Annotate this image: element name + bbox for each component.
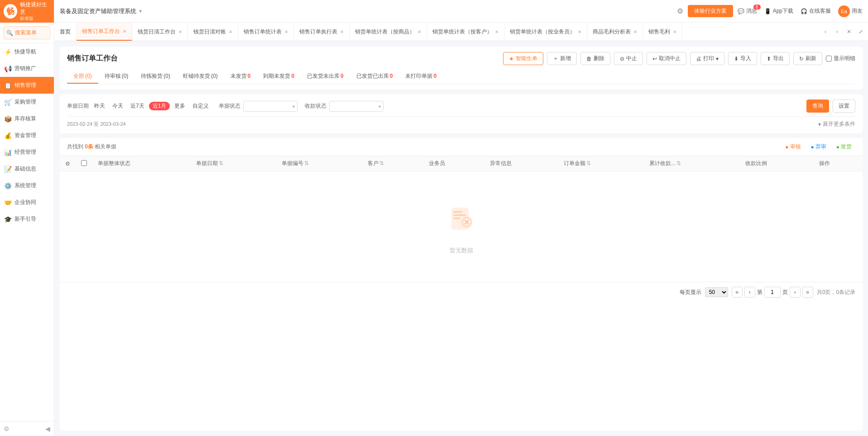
status-select[interactable] xyxy=(243,101,297,112)
subtab-pending-review[interactable]: 待审核(0) xyxy=(98,70,135,84)
subtab-not-shipped[interactable]: 未发货0 xyxy=(224,70,257,84)
tab-goods-stat-customer[interactable]: 销货单统计表（按客户） ✕ xyxy=(427,23,504,41)
stop-button[interactable]: ⊘ 中止 xyxy=(614,52,643,65)
date-opt-more[interactable]: 更多 xyxy=(172,101,188,111)
page-next-button[interactable]: › xyxy=(790,287,801,298)
settings-button[interactable]: ⚙ xyxy=(4,425,10,432)
sidebar-item-marketing[interactable]: 📢 营销推广 xyxy=(0,60,54,77)
tab-sales-exec[interactable]: 销售订单执行表 ✕ xyxy=(294,23,350,41)
tab-sales-stat[interactable]: 销售订单统计表 ✕ xyxy=(238,23,294,41)
show-detail-toggle[interactable]: 显示明细 xyxy=(826,55,855,62)
tab-close-goods-stat-product[interactable]: ✕ xyxy=(417,29,421,34)
subtab-overdue-ship[interactable]: 到期未发货0 xyxy=(257,70,301,84)
tab-margin-analysis[interactable]: 商品毛利分析表 ✕ xyxy=(587,23,643,41)
page-prev-button[interactable]: ‹ xyxy=(744,287,755,298)
date-opt-1month[interactable]: 近1月 xyxy=(149,102,170,110)
tab-close-sales-exec[interactable]: ✕ xyxy=(340,29,344,34)
tab-nav-next[interactable]: › xyxy=(832,26,843,37)
tab-nav-prev[interactable]: ‹ xyxy=(820,26,831,37)
new-button[interactable]: ＋ 新增 xyxy=(547,52,577,65)
tab-sales-gross[interactable]: 销售毛利 ✕ xyxy=(643,23,682,41)
query-button[interactable]: 查询 xyxy=(806,100,829,113)
topbar-settings-icon[interactable]: ⚙ xyxy=(677,7,683,15)
subtab-all[interactable]: 全部(0) xyxy=(67,70,98,84)
col-settings[interactable]: ⚙ xyxy=(60,156,76,171)
industry-solution-button[interactable]: 体验行业方案 xyxy=(688,5,733,17)
operations-icon: 📊 xyxy=(4,149,12,156)
subtab-shipped-not-out[interactable]: 已发货未出库0 xyxy=(301,70,350,84)
page-size-select[interactable]: 50 20 100 xyxy=(705,287,728,297)
col-number[interactable]: 单据编号⇅ xyxy=(276,156,362,171)
delete-button[interactable]: 🗑 删除 xyxy=(580,52,610,65)
tab-cash-daily[interactable]: 钱货日清工作台 ✕ xyxy=(132,23,188,41)
sidebar-item-purchase[interactable]: 🛒 采购管理 xyxy=(0,94,54,110)
tab-nav-close-all[interactable]: ✕ xyxy=(844,26,854,37)
sidebar-item-quicknav[interactable]: ⚡ 快捷导航 xyxy=(0,43,54,60)
date-opt-today[interactable]: 今天 xyxy=(110,101,126,111)
user-menu-button[interactable]: Ea 用友 xyxy=(838,5,863,17)
app-download-button[interactable]: 📱 App下载 xyxy=(764,7,793,15)
table-header: ⚙ 单据整体状态 单据日期⇅ 单据编号⇅ 客户⇅ 业务员 异常信息 订单金额⇅ … xyxy=(60,156,863,171)
tab-close-goods-stat-customer[interactable]: ✕ xyxy=(495,29,499,34)
sidebar-item-system[interactable]: ⚙️ 系统管理 xyxy=(0,177,54,194)
cancel-stop-button[interactable]: ↩ 取消中止 xyxy=(647,52,686,65)
refresh-button[interactable]: ↻ 刷新 xyxy=(793,52,822,65)
import-button[interactable]: ⬇ 导入 xyxy=(728,52,757,65)
sidebar-item-inventory[interactable]: 📦 库存核算 xyxy=(0,110,54,127)
filter-status-item: 单据状态 xyxy=(219,101,297,112)
subtab-shipped-out[interactable]: 已发货已出库0 xyxy=(350,70,399,84)
tab-nav-expand[interactable]: ⤢ xyxy=(855,26,866,37)
col-amount[interactable]: 订单金额⇅ xyxy=(558,156,644,171)
tab-close-sales-stat[interactable]: ✕ xyxy=(284,29,288,34)
sidebar-item-guide[interactable]: 🎓 新手引导 xyxy=(0,211,54,227)
tab-home[interactable]: 首页 xyxy=(54,23,77,41)
print-button[interactable]: 🖨 打印 ▾ xyxy=(690,52,724,65)
payment-select[interactable] xyxy=(329,101,384,112)
show-detail-checkbox[interactable] xyxy=(826,56,832,62)
subtab-not-printed[interactable]: 未打印单据0 xyxy=(399,70,443,84)
col-date[interactable]: 单据日期⇅ xyxy=(191,156,276,171)
search-menu-button[interactable]: 🔍 搜索菜单 xyxy=(4,26,50,39)
sidebar-item-finance[interactable]: 💰 资金管理 xyxy=(0,127,54,144)
select-all-checkbox[interactable] xyxy=(81,160,87,166)
message-button[interactable]: 💬 消息 6 xyxy=(738,7,757,15)
finance-icon: 💰 xyxy=(4,132,12,139)
online-service-button[interactable]: 🎧 在线客服 xyxy=(801,7,831,15)
tab-close-sales-gross[interactable]: ✕ xyxy=(673,29,676,34)
sidebar-item-sales[interactable]: 📋 销售管理 xyxy=(0,77,54,94)
page-last-button[interactable]: » xyxy=(802,287,813,298)
subtab-wangpu-ship[interactable]: 旺铺待发货(0) xyxy=(177,70,224,84)
tab-sales-workbench[interactable]: 销售订单工作台 ✕ xyxy=(77,23,132,41)
expand-conditions-button[interactable]: ▾ 展开更多条件 xyxy=(818,120,855,128)
tab-cash-reconcile[interactable]: 钱货日清对账 ✕ xyxy=(188,23,238,41)
tab-close-cash-reconcile[interactable]: ✕ xyxy=(229,29,232,34)
col-staff[interactable]: 业务员 xyxy=(423,156,484,171)
review-action-button[interactable]: ● 审核 xyxy=(782,142,804,152)
page-first-button[interactable]: « xyxy=(732,287,743,298)
topbar-dropdown-icon[interactable]: ▾ xyxy=(139,8,142,14)
filter-date-item: 单据日期 昨天 今天 近7天 近1月 更多 自定义 xyxy=(67,101,211,111)
tab-goods-stat-product[interactable]: 销货单统计表（按商品） ✕ xyxy=(350,23,427,41)
date-opt-custom[interactable]: 自定义 xyxy=(190,101,211,111)
tab-close-cash-daily[interactable]: ✕ xyxy=(178,29,182,34)
col-checkbox[interactable] xyxy=(76,156,92,171)
export-button[interactable]: ⬆ 导出 xyxy=(761,52,790,65)
tab-goods-stat-staff[interactable]: 销货单统计表（按业务员） ✕ xyxy=(504,23,587,41)
collapse-button[interactable]: ◀ xyxy=(45,425,50,432)
tab-close-margin-analysis[interactable]: ✕ xyxy=(633,29,637,34)
tab-close-goods-stat-staff[interactable]: ✕ xyxy=(578,29,581,34)
smart-generate-button[interactable]: ★ 智能生单 xyxy=(503,52,543,65)
filter-settings-button[interactable]: 设置 xyxy=(833,100,855,113)
sidebar-item-enterprise[interactable]: 🤝 企业协同 xyxy=(0,194,54,211)
sidebar-item-operations[interactable]: 📊 经营管理 xyxy=(0,144,54,161)
subtab-pending-inspect[interactable]: 待拣验货(0) xyxy=(134,70,177,84)
tab-close-sales-workbench[interactable]: ✕ xyxy=(123,29,126,34)
col-collected[interactable]: 累计收款...⇅ xyxy=(644,156,740,171)
col-customer[interactable]: 客户⇅ xyxy=(362,156,423,171)
page-input[interactable] xyxy=(764,287,781,298)
cancel-review-action-button[interactable]: ● 弃审 xyxy=(807,142,830,152)
ship-action-button[interactable]: ● 发货 xyxy=(833,142,855,152)
date-opt-yesterday[interactable]: 昨天 xyxy=(91,101,108,111)
date-opt-7days[interactable]: 近7天 xyxy=(128,101,147,111)
sidebar-item-basicinfo[interactable]: 📝 基础信息 xyxy=(0,161,54,177)
